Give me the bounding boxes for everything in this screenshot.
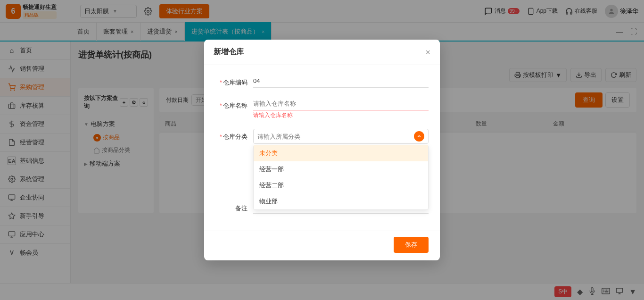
note-label: 备注 [215, 200, 253, 213]
modal-close-btn[interactable]: × [425, 48, 430, 57]
save-btn[interactable]: 保存 [394, 237, 429, 253]
warehouse-category-row: 仓库分类 未分类 经营一部 经营二部 物业部 [215, 129, 429, 144]
dropdown-item-property[interactable]: 物业部 [254, 193, 428, 209]
warehouse-name-row: 仓库名称 请输入仓库名称 [215, 97, 429, 119]
category-dropdown: 未分类 经营一部 经营二部 物业部 [253, 145, 429, 210]
category-input-row [253, 129, 429, 144]
name-label: 仓库名称 [215, 98, 253, 110]
code-label: 仓库编码 [215, 75, 253, 87]
modal-title: 新增仓库 [214, 47, 244, 57]
dropdown-item-uncategorized[interactable]: 未分类 [254, 145, 428, 161]
warehouse-code-row: 仓库编码 [215, 75, 429, 88]
category-input[interactable] [257, 133, 414, 140]
modal-overlay: 新增仓库 × 仓库编码 仓库名称 请输入仓库名称 仓库分类 [0, 0, 644, 300]
modal-header: 新增仓库 × [204, 40, 440, 65]
warehouse-code-input[interactable] [253, 75, 429, 88]
category-toggle-btn[interactable] [414, 131, 424, 142]
warehouse-name-input[interactable] [253, 97, 429, 110]
dropdown-item-dept1[interactable]: 经营一部 [254, 161, 428, 177]
modal-footer: 保存 [204, 231, 440, 260]
category-select-wrap: 未分类 经营一部 经营二部 物业部 [253, 129, 429, 144]
name-error-msg: 请输入仓库名称 [253, 111, 293, 119]
dropdown-item-dept2[interactable]: 经营二部 [254, 177, 428, 193]
modal-body: 仓库编码 仓库名称 请输入仓库名称 仓库分类 [204, 65, 440, 231]
new-warehouse-modal: 新增仓库 × 仓库编码 仓库名称 请输入仓库名称 仓库分类 [204, 40, 440, 260]
category-label: 仓库分类 [215, 129, 253, 141]
